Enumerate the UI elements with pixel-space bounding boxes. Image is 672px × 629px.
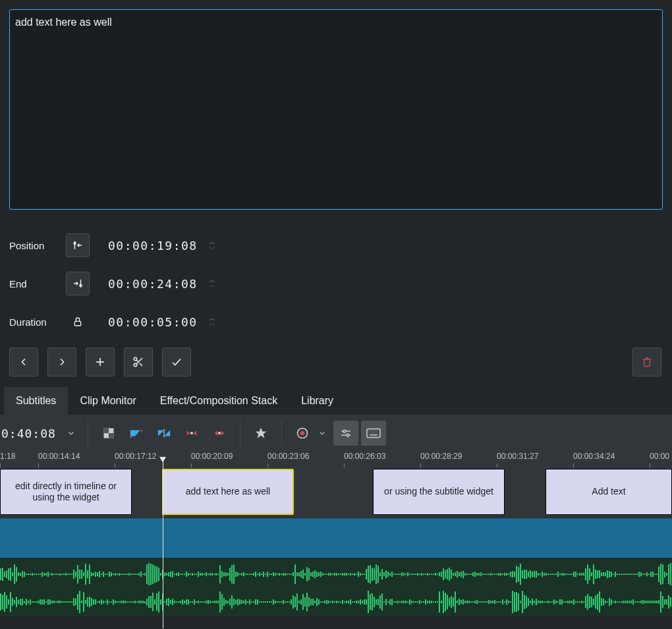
- chevron-up-icon: ︿: [210, 277, 215, 284]
- chevron-down-icon: ﹀: [210, 284, 215, 290]
- svg-marker-25: [194, 431, 197, 435]
- ruler-tick: 00:00:31:27: [497, 452, 538, 461]
- ruler-tick: 00:00:14:14: [38, 452, 80, 461]
- svg-marker-18: [140, 430, 142, 433]
- video-track[interactable]: [0, 518, 672, 558]
- trash-icon: [642, 356, 652, 368]
- split-subtitle-button[interactable]: [124, 347, 153, 376]
- plus-icon: [94, 356, 106, 368]
- end-label: End: [9, 278, 66, 289]
- track-compositing-button[interactable]: [96, 421, 121, 446]
- ruler-tick: 00:00:28:29: [420, 452, 462, 461]
- tab-subtitles[interactable]: Subtitles: [4, 387, 68, 415]
- zone-out-button[interactable]: [207, 421, 232, 446]
- svg-rect-4: [74, 321, 80, 326]
- svg-marker-17: [130, 436, 133, 439]
- lock-icon[interactable]: [72, 316, 83, 328]
- svg-point-31: [300, 431, 305, 436]
- subtitle-track[interactable]: edit directly in timeline or using the w…: [0, 467, 672, 518]
- zone-in-icon: [184, 429, 199, 438]
- subtitle-text-input[interactable]: [9, 9, 663, 210]
- timecode-format-dropdown[interactable]: [67, 429, 76, 438]
- chevron-down-icon: [318, 429, 327, 438]
- svg-point-8: [134, 363, 137, 367]
- favorite-effects-button[interactable]: [248, 421, 273, 446]
- ruler-tick: 00:00:26:03: [344, 452, 385, 461]
- tab-library[interactable]: Library: [289, 387, 345, 415]
- goto-position-button[interactable]: [66, 233, 90, 257]
- subtitle-clip[interactable]: Add text: [546, 469, 672, 515]
- svg-marker-26: [215, 431, 218, 435]
- subtitle-clip[interactable]: edit directly in timeline or using the w…: [0, 469, 132, 515]
- ruler-tick: 00:00:17:12: [115, 452, 156, 461]
- chevron-down-icon: [67, 429, 76, 438]
- next-subtitle-button[interactable]: [47, 347, 76, 376]
- goto-end-button[interactable]: [66, 272, 90, 295]
- end-spinner[interactable]: ︿ ﹀: [210, 277, 215, 290]
- svg-point-35: [347, 434, 349, 436]
- chevron-right-icon: [57, 357, 67, 367]
- mix-in-button[interactable]: [124, 421, 149, 446]
- delete-subtitle-button[interactable]: [632, 347, 661, 376]
- mix-center-icon: [157, 427, 171, 439]
- record-button[interactable]: [290, 421, 315, 446]
- ruler-tick: 1:18: [0, 452, 15, 461]
- svg-rect-14: [109, 433, 114, 438]
- zone-out-icon: [212, 429, 227, 438]
- star-icon: [254, 427, 267, 440]
- svg-marker-23: [187, 431, 190, 435]
- chevron-up-icon: ︿: [210, 315, 215, 322]
- mix-center-button[interactable]: [152, 421, 177, 446]
- ruler-tick: 00:00:23:06: [267, 452, 309, 461]
- svg-point-7: [134, 357, 137, 361]
- end-value[interactable]: 00:00:24:08: [108, 277, 206, 291]
- ruler-tick: 00:00:20:09: [191, 452, 233, 461]
- duration-spinner[interactable]: ︿ ﹀: [210, 315, 215, 328]
- settings-button[interactable]: [333, 421, 358, 446]
- position-value[interactable]: 00:00:19:08: [108, 239, 206, 253]
- mix-in-icon: [129, 427, 144, 439]
- compositing-icon: [102, 427, 115, 440]
- subtitle-clip[interactable]: or using the subtitle widget: [373, 469, 505, 515]
- playhead[interactable]: [163, 457, 163, 628]
- svg-rect-24: [190, 432, 193, 434]
- ruler-tick: 00:00:34:24: [573, 452, 615, 461]
- svg-line-11: [136, 360, 138, 362]
- svg-point-34: [343, 430, 346, 433]
- prev-subtitle-button[interactable]: [9, 347, 38, 376]
- svg-marker-16: [135, 430, 140, 436]
- position-spinner[interactable]: ︿ ﹀: [210, 239, 215, 252]
- record-options-dropdown[interactable]: [318, 429, 327, 438]
- tab-effect-stack[interactable]: Effect/Composition Stack: [148, 387, 289, 415]
- position-label: Position: [9, 240, 66, 251]
- svg-rect-15: [130, 430, 135, 436]
- zone-in-button[interactable]: [179, 421, 204, 446]
- audio-track[interactable]: [0, 558, 672, 616]
- svg-line-10: [140, 363, 142, 366]
- timeline-cursor-time[interactable]: 0:40:08: [1, 427, 59, 440]
- svg-point-3: [80, 285, 82, 287]
- ruler-tick: 00:00: [650, 452, 669, 461]
- check-icon: [171, 356, 182, 368]
- chevron-left-icon: [18, 357, 29, 367]
- duration-value[interactable]: 00:00:05:00: [108, 315, 206, 329]
- svg-rect-36: [367, 429, 380, 438]
- chevron-down-icon: ﹀: [210, 322, 215, 328]
- scissors-icon: [132, 356, 144, 368]
- subtitle-clip[interactable]: add text here as well: [162, 469, 294, 515]
- timeline-ruler[interactable]: 1:1800:00:14:1400:00:17:1200:00:20:0900:…: [0, 452, 672, 467]
- keyboard-button[interactable]: [361, 421, 386, 446]
- add-subtitle-button[interactable]: [86, 347, 115, 376]
- sliders-icon: [339, 427, 352, 439]
- apply-button[interactable]: [162, 347, 191, 376]
- duration-label: Duration: [9, 316, 66, 328]
- svg-rect-27: [218, 432, 221, 434]
- cursor-left-icon: [72, 239, 84, 251]
- svg-marker-29: [256, 428, 267, 438]
- chevron-down-icon: ﹀: [210, 245, 215, 252]
- tab-clip-monitor[interactable]: Clip Monitor: [68, 387, 148, 415]
- svg-marker-19: [158, 430, 164, 436]
- svg-marker-28: [221, 431, 225, 435]
- svg-point-1: [74, 243, 76, 245]
- svg-rect-13: [103, 429, 109, 434]
